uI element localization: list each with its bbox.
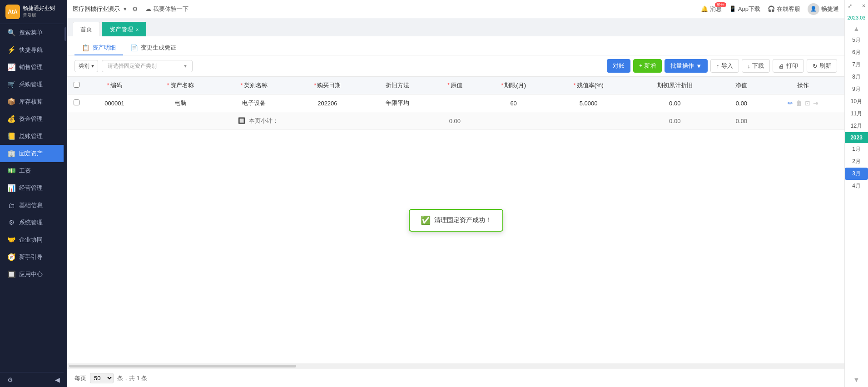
- next-year-icon[interactable]: ▼: [852, 374, 862, 387]
- sales-icon: 📈: [7, 63, 15, 71]
- edit-icon[interactable]: ✏: [788, 99, 793, 107]
- month-9[interactable]: 9月: [845, 83, 868, 95]
- row-action-icons: ✏ 🗑 ⊡ ⇥: [766, 99, 841, 107]
- month-8[interactable]: 8月: [845, 71, 868, 83]
- experience-label[interactable]: 我要体验一下: [153, 5, 188, 13]
- horizontal-scrollbar[interactable]: [67, 363, 844, 369]
- sidebar-item-finance[interactable]: 💰 资金管理: [0, 110, 67, 128]
- user-label: 畅捷通: [821, 5, 839, 13]
- app-download-button[interactable]: 📱 App下载: [729, 5, 760, 13]
- panel-expand-icon[interactable]: ⤢: [848, 3, 852, 9]
- copy-icon[interactable]: ⊡: [805, 99, 810, 107]
- month-4[interactable]: 4月: [845, 180, 868, 192]
- subtotal-net: 0.00: [721, 112, 762, 130]
- settings-icon[interactable]: ⚙: [7, 376, 13, 383]
- month-3-active[interactable]: 3月: [845, 168, 868, 180]
- row-checkbox[interactable]: [74, 99, 79, 105]
- select-all-checkbox[interactable]: [74, 82, 79, 88]
- sidebar-item-quicknav[interactable]: ⚡ 快捷导航: [0, 41, 67, 59]
- cell-residual-rate: 5.0000: [548, 94, 629, 112]
- company-dropdown-icon[interactable]: ▾: [124, 5, 127, 12]
- fixed-assets-icon: 🏢: [7, 149, 15, 158]
- col-name: *资产名称: [144, 77, 217, 94]
- quicknav-icon: ⚡: [7, 46, 15, 54]
- subtab-asset-list-label: 资产明细: [92, 44, 116, 52]
- collapse-icon[interactable]: ◀: [55, 376, 60, 383]
- scrollbar-thumb[interactable]: [69, 365, 296, 367]
- month-6[interactable]: 6月: [845, 46, 868, 59]
- table-header-row: *编码 *资产名称 *类别名称 *购买日期 折旧方法 *原值 *期限(月) *残…: [67, 77, 844, 94]
- year-2023-label: 2023: [845, 132, 868, 143]
- sidebar-item-payroll[interactable]: 💵 工资: [0, 162, 67, 179]
- more-icon[interactable]: ⇥: [813, 99, 818, 107]
- month-7[interactable]: 7月: [845, 59, 868, 71]
- subtotal-empty-1: [67, 112, 85, 130]
- reconcile-button[interactable]: 对账: [607, 59, 630, 73]
- month-2[interactable]: 2月: [845, 155, 868, 168]
- subtab-asset-list[interactable]: 📋 资产明细: [74, 41, 123, 55]
- panel-close-icon[interactable]: ×: [862, 3, 865, 9]
- asset-table: *编码 *资产名称 *类别名称 *购买日期 折旧方法 *原值 *期限(月) *残…: [67, 77, 844, 130]
- reconcile-label: 对账: [613, 62, 625, 70]
- sidebar-item-purchase[interactable]: 🛒 采购管理: [0, 76, 67, 93]
- month-1[interactable]: 1月: [845, 143, 868, 155]
- month-11[interactable]: 11月: [845, 108, 868, 120]
- toast-check-icon: ✅: [421, 215, 431, 225]
- subtotal-row: 🔲 本页小计： 0.00 0.00 0.00: [67, 112, 844, 130]
- print-button[interactable]: 🖨 打印: [773, 59, 804, 73]
- app-name: 畅捷通好业财: [23, 5, 55, 12]
- user-profile[interactable]: 👤 畅捷通: [808, 3, 839, 15]
- category-filter[interactable]: 类别 ▾: [74, 60, 98, 72]
- app-download-label: App下载: [738, 5, 760, 13]
- change-voucher-icon: 📄: [130, 44, 138, 51]
- sidebar-item-search[interactable]: 🔍 搜索菜单: [0, 24, 67, 41]
- sidebar-item-basic[interactable]: 🗂 基础信息: [0, 197, 67, 214]
- sidebar-item-enterprise[interactable]: 🤝 企业协同: [0, 231, 67, 248]
- tab-close-icon[interactable]: ×: [136, 27, 139, 32]
- customer-service-button[interactable]: 🎧 在线客服: [768, 5, 800, 13]
- prev-year-icon[interactable]: ▲: [852, 23, 862, 34]
- logo-abbr: AtA: [8, 9, 17, 15]
- batch-ops-button[interactable]: 批量操作 ▼: [665, 59, 708, 73]
- subtab-change-voucher[interactable]: 📄 变更生成凭证: [123, 41, 184, 55]
- sidebar-item-system[interactable]: ⚙ 系统管理: [0, 214, 67, 231]
- month-12[interactable]: 12月: [845, 120, 868, 132]
- filter-dropdown-icon: ▾: [91, 63, 94, 69]
- sidebar-item-inventory[interactable]: 📦 库存核算: [0, 93, 67, 110]
- sidebar-item-label-system: 系统管理: [19, 218, 43, 227]
- sidebar-item-label-ledger: 总账管理: [19, 132, 43, 140]
- subtotal-accumulated: 0.00: [629, 112, 721, 130]
- month-10[interactable]: 10月: [845, 95, 868, 108]
- download-icon: ↓: [748, 63, 751, 69]
- month-5[interactable]: 5月: [845, 34, 868, 46]
- sidebar-item-apps[interactable]: 🔲 应用中心: [0, 266, 67, 283]
- topbar-gear-icon[interactable]: ⚙: [132, 5, 138, 13]
- category-input[interactable]: 请选择固定资产类别 ▾: [102, 60, 193, 72]
- sidebar-item-label-guide: 新手引导: [19, 253, 43, 261]
- select-all-cell[interactable]: [67, 77, 85, 94]
- export-button[interactable]: ↑ 导入: [710, 59, 739, 73]
- headset-icon: 🎧: [768, 5, 775, 12]
- per-page-select[interactable]: 50 10 20 100: [90, 373, 114, 383]
- new-button[interactable]: + 新增: [633, 59, 662, 73]
- col-accumulated: 期初累计折旧: [629, 77, 721, 94]
- sidebar: AtA 畅捷通好业财 普及版 🔍 搜索菜单 ⚡ 快捷导航 📈 销售管理 🛒 采购…: [0, 0, 67, 387]
- sidebar-item-fixed-assets[interactable]: 🏢 固定资产: [0, 145, 67, 162]
- message-button[interactable]: 🔔 消息 99+: [701, 5, 722, 13]
- sidebar-item-guide[interactable]: 🧭 新手引导: [0, 248, 67, 266]
- tab-asset-management[interactable]: 资产管理 ×: [102, 22, 146, 36]
- sidebar-item-operations[interactable]: 📊 经营管理: [0, 179, 67, 197]
- sidebar-item-sales[interactable]: 📈 销售管理: [0, 59, 67, 76]
- topbar: 医疗器械行业演示 ▾ ⚙ ☁ 我要体验一下 🔔 消息 99+ 📱 App下载 🎧…: [67, 0, 844, 18]
- subtotal-ops-empty: [762, 112, 844, 130]
- sidebar-item-ledger[interactable]: 📒 总账管理: [0, 128, 67, 145]
- subtotal-empty-2: [479, 112, 548, 130]
- category-placeholder: 请选择固定资产类别: [108, 62, 157, 70]
- delete-icon[interactable]: 🗑: [796, 99, 802, 107]
- download-button[interactable]: ↓ 下载: [742, 59, 770, 73]
- row-checkbox-cell[interactable]: [67, 94, 85, 112]
- refresh-button[interactable]: ↻ 刷新: [807, 59, 837, 73]
- tab-home[interactable]: 首页: [73, 22, 100, 36]
- avatar: 👤: [808, 3, 819, 15]
- subtotal-original: 0.00: [431, 112, 479, 130]
